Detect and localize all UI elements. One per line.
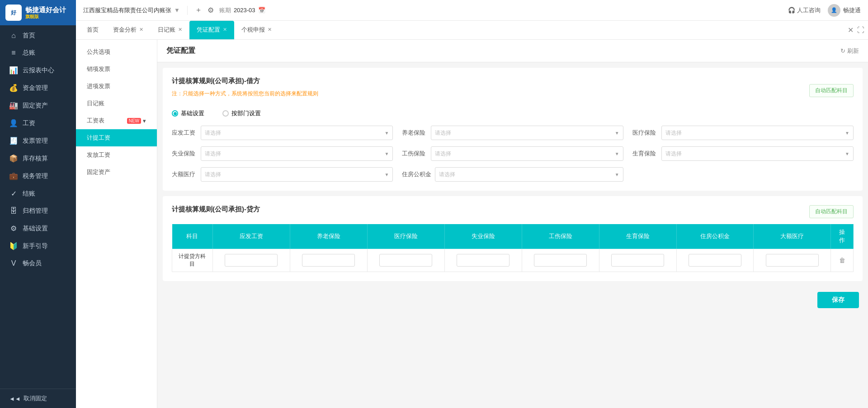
sidebar-item-fixed[interactable]: 🏭 固定资产 xyxy=(0,97,76,114)
left-menu-item-purchase[interactable]: 进项发票 xyxy=(76,78,157,95)
sidebar-item-invoice[interactable]: 🧾 发票管理 xyxy=(0,132,76,150)
input-pension[interactable] xyxy=(302,254,355,267)
save-button[interactable]: 保存 xyxy=(817,292,859,308)
tab-voucher[interactable]: 凭证配置 ✕ xyxy=(189,21,234,39)
unemployment-placeholder: 请选择 xyxy=(205,150,221,158)
pension-arrow-icon: ▼ xyxy=(615,131,619,136)
consult-button[interactable]: 🎧 人工咨询 xyxy=(788,6,821,14)
tab-voucher-close[interactable]: ✕ xyxy=(223,27,227,33)
company-settings-button[interactable]: ⚙ xyxy=(208,6,214,14)
th-major-medical: 大额医疗 xyxy=(754,224,831,249)
sidebar-item-label: 工资 xyxy=(23,119,35,127)
user-name: 畅捷通 xyxy=(843,6,861,14)
tab-journal-label: 日记账 xyxy=(158,26,175,34)
input-housing-fund[interactable] xyxy=(689,254,741,267)
input-work-injury[interactable] xyxy=(534,254,587,267)
invoice-icon: 🧾 xyxy=(9,136,18,145)
input-unemployment[interactable] xyxy=(457,254,509,267)
tab-journal-close[interactable]: ✕ xyxy=(178,27,182,33)
settings-icon: ⚙ xyxy=(9,224,18,233)
housing-fund-select[interactable]: 请选择 ▼ xyxy=(435,167,623,182)
sidebar-item-archive[interactable]: 🗄 归档管理 xyxy=(0,202,76,220)
input-salary[interactable] xyxy=(225,254,278,267)
guide-icon: 🔰 xyxy=(9,242,18,250)
table-header-row: 科目 应发工资 养老保险 医疗保险 失业保险 工伤保险 生育保险 住房公积金 大… xyxy=(172,224,854,249)
period-label: 账期 xyxy=(219,6,231,14)
auto-match-credit-button[interactable]: 自动匹配科目 xyxy=(809,205,854,218)
table-row: 计提贷方科目 🗑 xyxy=(172,249,854,272)
tab-journal[interactable]: 日记账 ✕ xyxy=(151,21,189,39)
page-content: 凭证配置 ↻ 刷新 计提核算规则(公司承担)-借方 注：只能选择一种方式，系统将… xyxy=(157,40,868,408)
radio-dept[interactable]: 按部门设置 xyxy=(222,109,261,117)
user-menu[interactable]: 👤 畅捷通 xyxy=(828,4,861,17)
reports-icon: 📊 xyxy=(9,66,18,75)
sidebar-item-capital[interactable]: 💰 资金管理 xyxy=(0,79,76,97)
pension-label: 养老保险 xyxy=(402,129,427,137)
work-injury-select[interactable]: 请选择 ▼ xyxy=(431,146,623,161)
medical-select[interactable]: 请选择 ▼ xyxy=(661,126,854,140)
tab-capital[interactable]: 资金分析 ✕ xyxy=(106,21,151,39)
sidebar-item-label: 畅会员 xyxy=(23,259,42,267)
sidebar-item-label: 基础设置 xyxy=(23,225,48,233)
company-selector[interactable]: 江西服宝精品有限责任公司内账张 ▼ xyxy=(83,6,180,14)
radio-dept-circle xyxy=(222,110,229,117)
pension-select[interactable]: 请选择 ▼ xyxy=(431,126,623,140)
left-menu-item-sales[interactable]: 销项发票 xyxy=(76,61,157,78)
tab-home[interactable]: 首页 xyxy=(80,21,106,39)
left-menu-item-public[interactable]: 公共选项 xyxy=(76,43,157,61)
sidebar: 好 畅捷通好会计 旗舰版 ⌂ 首页 ≡ 总账 📊 云报表中心 💰 资金管理 🏭 … xyxy=(0,0,76,408)
left-menu-item-salary-pay[interactable]: 发放工资 xyxy=(76,146,157,164)
major-medical-select[interactable]: 请选择 ▼ xyxy=(201,167,393,182)
left-menu-item-fixed-assets[interactable]: 固定资产 xyxy=(76,164,157,181)
delete-row-button[interactable]: 🗑 xyxy=(839,257,845,264)
pension-placeholder: 请选择 xyxy=(435,129,451,137)
td-operation: 🗑 xyxy=(831,249,854,272)
sidebar-item-inventory[interactable]: 📦 库存核算 xyxy=(0,150,76,167)
sidebar-item-settings[interactable]: ⚙ 基础设置 xyxy=(0,220,76,237)
input-medical[interactable] xyxy=(379,254,432,267)
input-major-medical[interactable] xyxy=(766,254,819,267)
radio-basic[interactable]: 基础设置 xyxy=(172,109,204,117)
calendar-icon[interactable]: 📅 xyxy=(258,7,265,14)
auto-match-debit-button[interactable]: 自动匹配科目 xyxy=(809,84,854,97)
tab-tax[interactable]: 个税申报 ✕ xyxy=(234,21,279,39)
section1-note: 注：只能选择一种方式，系统将按照您当前的选择来配置规则 xyxy=(172,90,318,98)
sidebar-item-tax[interactable]: 💼 税务管理 xyxy=(0,167,76,185)
left-menu-item-salary-table[interactable]: 工资表 NEW ▾ xyxy=(76,112,157,129)
radio-basic-circle xyxy=(172,110,178,117)
left-menu-item-journal[interactable]: 日记账 xyxy=(76,95,157,112)
sidebar-item-label: 云报表中心 xyxy=(23,66,54,75)
maternity-select[interactable]: 请选择 ▼ xyxy=(661,146,854,161)
logo-icon: 好 xyxy=(5,5,22,21)
sidebar-item-ledger[interactable]: ≡ 总账 xyxy=(0,44,76,61)
unpin-sidebar[interactable]: ◄◄ 取消固定 xyxy=(0,389,76,408)
close-tab-icon[interactable]: ✕ xyxy=(848,26,854,34)
left-menu: 公共选项 销项发票 进项发票 日记账 工资表 NEW ▾ 计提工资 发放工资 固… xyxy=(76,40,157,408)
period-selector: 账期 2023-03 📅 xyxy=(219,6,265,14)
sidebar-item-guide[interactable]: 🔰 新手引导 xyxy=(0,237,76,255)
medical-arrow-icon: ▼ xyxy=(845,131,849,136)
sidebar-item-vip[interactable]: V 畅会员 xyxy=(0,255,76,272)
avatar: 👤 xyxy=(828,4,840,17)
salary-select[interactable]: 请选择 ▼ xyxy=(201,126,393,140)
sidebar-item-label: 总账 xyxy=(23,49,35,57)
tab-voucher-label: 凭证配置 xyxy=(197,26,220,34)
unemployment-select[interactable]: 请选择 ▼ xyxy=(201,146,393,161)
sidebar-item-home[interactable]: ⌂ 首页 xyxy=(0,27,76,44)
field-major-medical: 大额医疗 请选择 ▼ xyxy=(172,167,393,182)
tab-tax-close[interactable]: ✕ xyxy=(268,27,272,33)
left-menu-item-salary-calc[interactable]: 计提工资 xyxy=(76,129,157,146)
add-company-button[interactable]: ＋ xyxy=(195,5,202,15)
tax-icon: 💼 xyxy=(9,172,18,180)
section2-header: 计提核算规则(公司承担)-贷方 自动匹配科目 xyxy=(172,205,854,218)
refresh-button[interactable]: ↻ 刷新 xyxy=(840,47,859,55)
period-value[interactable]: 2023-03 xyxy=(234,7,255,14)
sidebar-item-salary[interactable]: 👤 工资 xyxy=(0,114,76,132)
ledger-icon: ≡ xyxy=(9,49,18,57)
sidebar-item-reports[interactable]: 📊 云报表中心 xyxy=(0,61,76,79)
expand-icon[interactable]: ⛶ xyxy=(857,26,864,34)
tab-capital-close[interactable]: ✕ xyxy=(139,27,143,33)
input-maternity[interactable] xyxy=(611,254,664,267)
refresh-icon: ↻ xyxy=(840,47,845,54)
sidebar-item-close[interactable]: ✓ 结账 xyxy=(0,185,76,202)
